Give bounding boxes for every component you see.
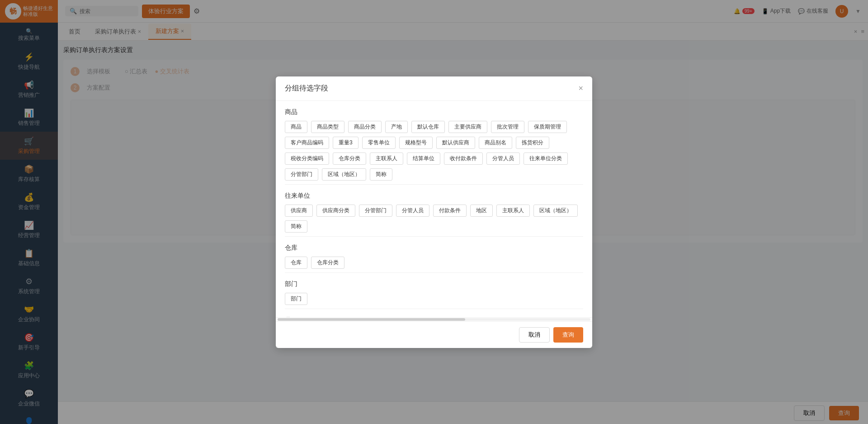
field-select-modal: 分组待选字段 × 商品 商品 商品类型 商品分类 产地 默认仓库 主要供应商 批… (276, 76, 592, 348)
field-tag-region[interactable]: 区域（地区） (322, 168, 366, 181)
divider-2 (285, 236, 583, 237)
field-tag-settlement-unit[interactable]: 结算单位 (407, 152, 440, 165)
field-tag-warehouse-category[interactable]: 仓库分类 (333, 152, 366, 165)
field-tag-default-supplier[interactable]: 默认供应商 (436, 137, 475, 149)
modal-title: 分组待选字段 (285, 84, 328, 93)
field-tag-dept[interactable]: 分管部门 (359, 205, 392, 217)
hscroll-thumb[interactable] (278, 318, 465, 321)
field-tag-main-contact2[interactable]: 主联系人 (496, 205, 530, 217)
modal-confirm-button[interactable]: 查询 (553, 327, 583, 343)
field-tag-warehouse[interactable]: 仓库 (285, 257, 307, 269)
field-tag-pick-score[interactable]: 拣货积分 (516, 137, 549, 149)
field-tag-product-alias[interactable]: 商品别名 (479, 137, 512, 149)
modal-close-button[interactable]: × (578, 84, 583, 93)
field-tag-spec-model[interactable]: 规格型号 (399, 137, 433, 149)
field-tag-payment-terms[interactable]: 收付款条件 (444, 152, 483, 165)
divider-1 (285, 184, 583, 185)
section-dept-title: 部门 (285, 280, 583, 288)
hscroll-track (278, 318, 590, 321)
field-tag-product[interactable]: 商品 (285, 121, 307, 133)
field-tag-supplier[interactable]: 供应商 (285, 205, 313, 217)
field-tag-customer-code[interactable]: 客户商品编码 (285, 137, 329, 149)
divider-3 (285, 272, 583, 273)
field-tag-partner-category[interactable]: 往来单位分类 (524, 152, 568, 165)
field-tag-department[interactable]: 部门 (285, 293, 307, 305)
dept-fields: 部门 (285, 293, 583, 305)
modal-cancel-button[interactable]: 取消 (519, 327, 550, 343)
modal-body: 商品 商品 商品类型 商品分类 产地 默认仓库 主要供应商 批次管理 保质期管理… (276, 101, 592, 317)
partner-fields: 供应商 供应商分类 分管部门 分管人员 付款条件 地区 主联系人 区域（地区） … (285, 205, 583, 233)
modal-overlay[interactable]: 分组待选字段 × 商品 商品 商品类型 商品分类 产地 默认仓库 主要供应商 批… (0, 0, 868, 424)
field-tag-retail-unit[interactable]: 零售单位 (362, 137, 396, 149)
warehouse-fields: 仓库 仓库分类 (285, 257, 583, 269)
product-fields: 商品 商品类型 商品分类 产地 默认仓库 主要供应商 批次管理 保质期管理 客户… (285, 121, 583, 181)
field-tag-main-contact[interactable]: 主联系人 (370, 152, 403, 165)
field-tag-dept-manage[interactable]: 分管部门 (285, 168, 318, 181)
modal-hscrollbar (276, 317, 592, 321)
field-tag-main-supplier[interactable]: 主要供应商 (448, 121, 487, 133)
field-tag-expiry[interactable]: 保质期管理 (528, 121, 567, 133)
field-tag-product-type[interactable]: 商品类型 (311, 121, 344, 133)
field-tag-personnel[interactable]: 分管人员 (396, 205, 429, 217)
field-tag-area[interactable]: 地区 (470, 205, 493, 217)
field-tag-wh-category[interactable]: 仓库分类 (311, 257, 344, 269)
section-partner-title: 往来单位 (285, 192, 583, 200)
field-tag-short-name[interactable]: 简称 (370, 168, 392, 181)
field-tag-weight3[interactable]: 重量3 (333, 137, 359, 149)
section-warehouse-title: 仓库 (285, 244, 583, 252)
field-tag-manager[interactable]: 分管人员 (486, 152, 520, 165)
field-tag-abbr[interactable]: 简称 (285, 220, 307, 233)
field-tag-pay-terms[interactable]: 付款条件 (433, 205, 467, 217)
modal-header: 分组待选字段 × (276, 76, 592, 101)
modal-footer: 取消 查询 (276, 321, 592, 348)
divider-4 (285, 309, 583, 309)
field-tag-supplier-category[interactable]: 供应商分类 (316, 205, 355, 217)
field-tag-region2[interactable]: 区域（地区） (533, 205, 578, 217)
section-product-title: 商品 (285, 108, 583, 116)
field-tag-default-warehouse[interactable]: 默认仓库 (411, 121, 445, 133)
field-tag-origin[interactable]: 产地 (385, 121, 408, 133)
field-tag-product-category[interactable]: 商品分类 (348, 121, 382, 133)
field-tag-batch-manage[interactable]: 批次管理 (491, 121, 524, 133)
field-tag-tax-code[interactable]: 税收分类编码 (285, 152, 329, 165)
